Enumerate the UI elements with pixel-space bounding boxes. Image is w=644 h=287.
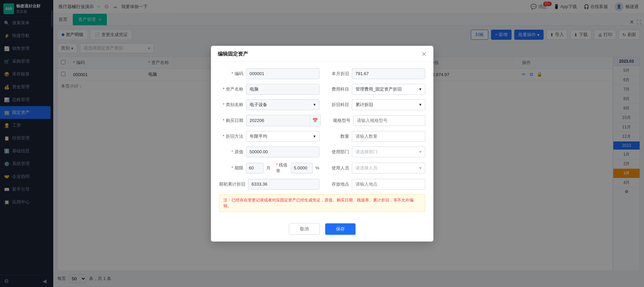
residual-rate-unit: % [315, 165, 319, 170]
modal-header: 编辑固定资产 ✕ [211, 46, 433, 62]
category-field-label: * 类别名称 [219, 102, 243, 108]
code-label: * 编码 [219, 71, 243, 77]
field-period-rate: * 期限 月 * 残值率 % [219, 162, 319, 174]
field-model: 规格型号 [326, 115, 425, 126]
field-category: * 类别名称 电子设备 ▾ [219, 99, 319, 110]
residual-rate-label: * 残值率 [276, 162, 288, 174]
user-placeholder: 请选择人员 [356, 165, 377, 171]
purchase-date-input[interactable] [246, 115, 310, 126]
model-label: 规格型号 [326, 118, 350, 124]
cancel-button[interactable]: 取消 [289, 223, 320, 235]
department-label: 使用部门 [325, 149, 349, 155]
field-original-value: * 原值 [219, 147, 319, 157]
user-chevron-icon: ▾ [419, 165, 422, 170]
expense-account-label: 费用科目 [325, 86, 349, 92]
asset-name-label: * 资产名称 [219, 86, 243, 92]
modal-overlay: 编辑固定资产 ✕ * 编码 本月折旧 [0, 0, 644, 287]
modal-row-1: * 编码 本月折旧 [219, 68, 425, 79]
original-value-label: * 原值 [219, 149, 243, 155]
dep-method-label: * 折旧方法 [219, 133, 243, 139]
dep-method-select[interactable]: 年限平均 ▾ [246, 131, 319, 142]
model-input[interactable] [353, 115, 425, 126]
purchase-date-label: * 购买日期 [219, 118, 243, 124]
dep-method-value: 年限平均 [250, 133, 267, 139]
modal-row-2: * 资产名称 费用科目 管理费用_固定资产折旧 ▾ [219, 84, 425, 95]
period-input [246, 163, 264, 173]
modal-row-6: * 原值 使用部门 请选择部门 ▾ [219, 147, 425, 157]
code-input[interactable] [246, 68, 319, 79]
current-month-dep-input [352, 68, 425, 79]
dep-method-chevron-icon: ▾ [313, 134, 316, 139]
field-current-month-dep: 本月折旧 [325, 68, 425, 79]
quantity-label: 数量 [325, 133, 349, 139]
location-label: 存放地点 [325, 181, 349, 187]
period-label: * 期限 [219, 165, 243, 171]
quantity-input[interactable] [352, 131, 425, 142]
save-button[interactable]: 保存 [325, 223, 356, 235]
modal-footer: 取消 保存 [211, 221, 433, 242]
modal-row-5: * 折旧方法 年限平均 ▾ 数量 [219, 131, 425, 142]
original-value-input [246, 147, 319, 157]
field-department: 使用部门 请选择部门 ▾ [325, 147, 425, 157]
field-code: * 编码 [219, 68, 319, 79]
field-expense-account: 费用科目 管理费用_固定资产折旧 ▾ [325, 84, 425, 95]
dep-account-label: 折旧科目 [325, 102, 349, 108]
department-select[interactable]: 请选择部门 ▾ [352, 147, 425, 157]
modal-note: 注：已经存在变更记录或者对应固定资产已经生成凭证，原值、购买日期、残值率、累计折… [219, 194, 425, 212]
expense-chevron-icon: ▾ [419, 87, 422, 92]
modal-body: * 编码 本月折旧 * 资产名称 费用科目 [211, 62, 433, 221]
user-select[interactable]: 请选择人员 ▾ [352, 163, 425, 173]
category-chevron-icon: ▾ [313, 102, 316, 107]
field-initial-accumulated-dep: 期初累计折旧 [219, 179, 319, 190]
edit-modal: 编辑固定资产 ✕ * 编码 本月折旧 [211, 46, 433, 242]
field-quantity: 数量 [325, 131, 425, 142]
field-user: 使用人员 请选择人员 ▾ [325, 162, 425, 174]
modal-row-3: * 类别名称 电子设备 ▾ 折旧科目 累计折旧 ▾ [219, 99, 425, 110]
modal-close-btn[interactable]: ✕ [422, 51, 427, 58]
initial-dep-input [248, 179, 319, 190]
current-month-dep-label: 本月折旧 [325, 71, 349, 77]
expense-account-select[interactable]: 管理费用_固定资产折旧 ▾ [352, 84, 425, 95]
modal-title: 编辑固定资产 [218, 51, 248, 57]
period-unit-label: 月 [266, 165, 271, 171]
dep-account-chevron-icon: ▾ [419, 102, 422, 107]
residual-rate-input [291, 163, 313, 173]
calendar-icon[interactable]: 📅 [310, 115, 320, 126]
field-purchase-date: * 购买日期 📅 [219, 115, 321, 126]
field-asset-name: * 资产名称 [219, 84, 319, 95]
user-label: 使用人员 [325, 165, 349, 171]
field-depreciation-account: 折旧科目 累计折旧 ▾ [325, 99, 425, 110]
dept-chevron-icon: ▾ [419, 149, 422, 154]
asset-name-input[interactable] [246, 84, 319, 95]
field-dep-method: * 折旧方法 年限平均 ▾ [219, 131, 319, 142]
location-input[interactable] [352, 179, 425, 190]
dep-account-value: 累计折旧 [356, 102, 373, 108]
category-select-modal[interactable]: 电子设备 ▾ [246, 99, 319, 110]
modal-row-4: * 购买日期 📅 规格型号 [219, 115, 425, 126]
dep-account-select[interactable]: 累计折旧 ▾ [352, 99, 425, 110]
modal-row-7: * 期限 月 * 残值率 % 使用人员 请选择人员 ▾ [219, 162, 425, 174]
purchase-date-wrap: 📅 [246, 115, 321, 126]
field-location: 存放地点 [325, 179, 425, 190]
category-value: 电子设备 [250, 102, 267, 108]
note-text: 注：已经存在变更记录或者对应固定资产已经生成凭证，原值、购买日期、残值率、累计折… [223, 198, 413, 208]
initial-dep-label: 期初累计折旧 [219, 181, 245, 187]
modal-row-8: 期初累计折旧 存放地点 [219, 179, 425, 190]
department-placeholder: 请选择部门 [356, 149, 377, 155]
expense-account-value: 管理费用_固定资产折旧 [356, 86, 402, 92]
